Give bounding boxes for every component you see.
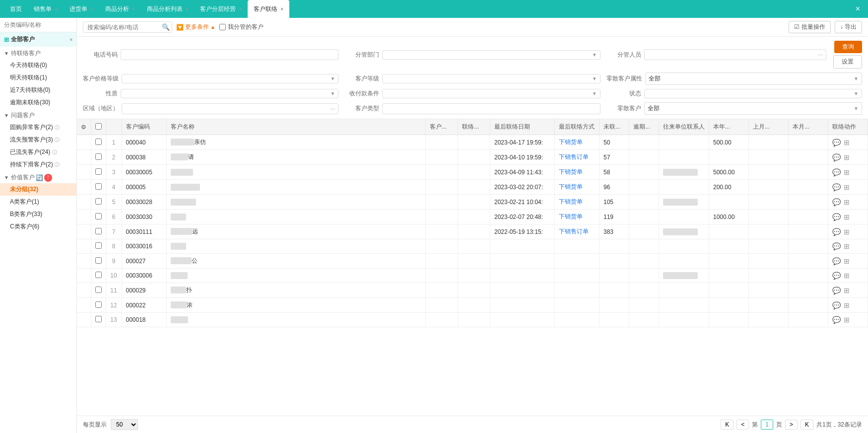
grid-action-icon[interactable]: ⊞ <box>844 153 850 161</box>
col-header-name[interactable]: 客户名称 <box>166 119 426 135</box>
sidebar-search-input[interactable] <box>4 21 77 28</box>
col-header-code[interactable]: 客户编码 <box>122 119 166 135</box>
sidebar-item-b-class[interactable]: B类客户(33) <box>0 208 76 220</box>
tab-goods-analysis-list[interactable]: 商品分析列表 × <box>141 0 195 18</box>
col-header-check[interactable] <box>91 119 106 135</box>
sidebar-item-abnormal[interactable]: 固购异常客户(2) ⓘ <box>0 121 76 134</box>
chat-icon[interactable]: 💬 <box>832 228 841 236</box>
chat-icon[interactable]: 💬 <box>832 316 841 324</box>
sidebar-item-tomorrow[interactable]: 明天待联络(1) <box>0 72 76 84</box>
phone-input[interactable] <box>121 49 338 60</box>
sidebar-group-value[interactable]: ▼ 价值客户 🔄 ! <box>0 171 76 183</box>
next-page-btn[interactable]: > <box>785 420 798 430</box>
region-select[interactable]: ··· <box>122 103 338 114</box>
chat-icon[interactable]: 💬 <box>832 139 841 146</box>
grid-action-icon[interactable]: ⊞ <box>844 198 850 206</box>
grid-action-icon[interactable]: ⊞ <box>844 316 850 324</box>
chat-icon[interactable]: 💬 <box>832 153 841 161</box>
row-checkbox-cell[interactable] <box>91 239 106 254</box>
my-customers-checkbox[interactable]: 我分管的客户 <box>219 23 264 31</box>
chat-icon[interactable]: 💬 <box>832 272 841 280</box>
status-select[interactable]: ▼ <box>644 89 862 98</box>
row-checkbox-cell[interactable] <box>91 180 106 195</box>
customer-type-input[interactable] <box>382 103 600 114</box>
my-customers-check[interactable] <box>219 24 226 30</box>
price-grade-select[interactable]: ▼ <box>122 74 338 83</box>
row-checkbox[interactable] <box>95 183 102 190</box>
grid-action-icon[interactable]: ⊞ <box>844 301 850 309</box>
chat-icon[interactable]: 💬 <box>832 198 841 206</box>
dept-select[interactable]: ▼ <box>382 50 600 60</box>
sidebar-item-today[interactable]: 今天待联络(0) <box>0 59 76 72</box>
sidebar-all-customers[interactable]: ⊞ 全部客户 « <box>0 32 76 47</box>
last-way-link[interactable]: 下销货单 <box>559 168 583 175</box>
search-icon[interactable]: 🔍 <box>162 23 170 31</box>
tab-customer-segment[interactable]: 客户分层经营 × <box>194 0 248 18</box>
tab-sales[interactable]: 销售单 × <box>28 0 64 18</box>
last-way-link[interactable]: 下销货单 <box>559 213 583 220</box>
row-checkbox[interactable] <box>95 213 102 219</box>
row-checkbox[interactable] <box>95 257 102 264</box>
col-header-last-month[interactable]: 上月... <box>749 119 789 135</box>
row-checkbox[interactable] <box>95 228 102 234</box>
close-goods-analysis-icon[interactable]: × <box>132 6 135 12</box>
row-checkbox[interactable] <box>95 272 102 278</box>
row-checkbox[interactable] <box>95 242 102 249</box>
sidebar-group-pending[interactable]: ▼ 待联络客户 <box>0 47 76 59</box>
prev-page-btn[interactable]: < <box>736 420 749 430</box>
last-way-link[interactable]: 下销售订单 <box>559 153 589 160</box>
row-checkbox-cell[interactable] <box>91 210 106 224</box>
sidebar-item-c-class[interactable]: C类客户(6) <box>0 220 76 233</box>
retail-select[interactable]: 全部 ▼ <box>644 102 862 115</box>
payment-select[interactable]: ▼ <box>382 89 600 98</box>
col-header-overdue[interactable]: 逾期... <box>629 119 659 135</box>
row-checkbox-cell[interactable] <box>91 269 106 283</box>
grid-action-icon[interactable]: ⊞ <box>844 272 850 280</box>
batch-op-button[interactable]: ☑ 批量操作 <box>789 21 830 33</box>
col-header-this-month[interactable]: 本月... <box>789 119 828 135</box>
chat-icon[interactable]: 💬 <box>832 213 841 221</box>
row-checkbox-cell[interactable] <box>91 150 106 165</box>
export-button[interactable]: ↓ 导出 <box>835 21 862 33</box>
last-way-link[interactable]: 下销货单 <box>559 139 583 145</box>
col-header-last-date[interactable]: 最后联络日期 <box>490 119 555 135</box>
close-sales-icon[interactable]: × <box>55 6 58 12</box>
query-button[interactable]: 查询 <box>834 41 862 53</box>
nature-select[interactable]: ▼ <box>121 89 338 98</box>
chat-icon[interactable]: 💬 <box>832 301 841 309</box>
tab-home[interactable]: 首页 <box>4 0 28 18</box>
col-header-no-contact[interactable]: 未联... <box>600 119 629 135</box>
row-checkbox[interactable] <box>95 198 102 205</box>
close-purchase-icon[interactable]: × <box>90 6 93 12</box>
last-page-btn[interactable]: K <box>801 420 813 430</box>
row-checkbox-cell[interactable] <box>91 195 106 210</box>
grid-action-icon[interactable]: ⊞ <box>844 228 850 236</box>
row-checkbox-cell[interactable] <box>91 224 106 239</box>
settings-icon[interactable]: ⚙ <box>81 124 86 131</box>
col-header-type[interactable]: 客户... <box>426 119 458 135</box>
sidebar-item-unclassified[interactable]: 未分组(32) <box>0 183 76 196</box>
close-all-tabs-icon[interactable]: × <box>852 4 864 13</box>
row-checkbox-cell[interactable] <box>91 283 106 298</box>
grid-action-icon[interactable]: ⊞ <box>844 257 850 265</box>
last-way-link[interactable]: 下销货单 <box>559 198 583 205</box>
col-header-last-way[interactable]: 最后联络方式 <box>555 119 600 135</box>
sidebar-group-problem[interactable]: ▼ 问题客户 <box>0 109 76 121</box>
row-checkbox[interactable] <box>95 139 102 145</box>
col-header-partner[interactable]: 往来单位联系人 <box>659 119 709 135</box>
chat-icon[interactable]: 💬 <box>832 168 841 176</box>
grid-action-icon[interactable]: ⊞ <box>844 287 850 294</box>
close-customer-contact-icon[interactable]: × <box>280 6 283 12</box>
manager-select[interactable]: ··· <box>644 49 826 60</box>
more-conditions-btn[interactable]: 🔽 更多条件 ▲ <box>176 23 215 31</box>
grid-action-icon[interactable]: ⊞ <box>844 168 850 176</box>
close-goods-analysis-list-icon[interactable]: × <box>186 6 189 12</box>
tab-goods-analysis[interactable]: 商品分析 × <box>99 0 141 18</box>
sidebar-item-churn-risk[interactable]: 流失预警客户(3) ⓘ <box>0 134 76 146</box>
row-checkbox-cell[interactable] <box>91 254 106 269</box>
grid-action-icon[interactable]: ⊞ <box>844 213 850 221</box>
collapse-sidebar-icon[interactable]: « <box>69 37 72 42</box>
row-checkbox-cell[interactable] <box>91 165 106 180</box>
col-header-this-year[interactable]: 本年... <box>709 119 749 135</box>
row-checkbox[interactable] <box>95 316 102 322</box>
